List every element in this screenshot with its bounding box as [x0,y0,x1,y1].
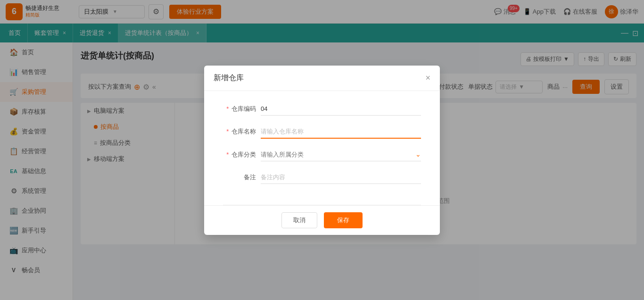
category-label: * 仓库分类 [223,150,261,159]
category-required: * [226,151,229,158]
category-select-wrap[interactable]: ⌄ [261,148,421,161]
form-row-category: * 仓库分类 ⌄ [223,148,421,161]
dialog-new-warehouse: 新增仓库 × * 仓库编码 * 仓库名称 [204,66,440,235]
code-required: * [226,105,229,112]
code-label: * 仓库编码 [223,105,261,113]
code-input[interactable] [261,102,421,116]
form-row-name: * 仓库名称 [223,125,421,139]
form-row-note: 备注 [223,171,421,184]
save-button[interactable]: 保存 [324,212,363,228]
name-input[interactable] [261,125,421,139]
category-arrow-icon: ⌄ [415,150,421,158]
dialog-close-icon[interactable]: × [425,73,430,83]
dialog-header: 新增仓库 × [204,66,440,91]
category-input[interactable] [261,148,415,161]
form-row-code: * 仓库编码 [223,102,421,116]
note-label: 备注 [223,173,261,182]
dialog-body: * 仓库编码 * 仓库名称 * 仓库分类 [204,91,440,205]
note-input[interactable] [261,171,421,184]
dialog-title: 新增仓库 [214,73,244,83]
name-required: * [226,128,229,135]
modal-overlay: 新增仓库 × * 仓库编码 * 仓库名称 [0,0,644,300]
dialog-footer: 取消 保存 [204,205,440,235]
cancel-button[interactable]: 取消 [281,212,317,228]
name-label: * 仓库名称 [223,127,261,136]
